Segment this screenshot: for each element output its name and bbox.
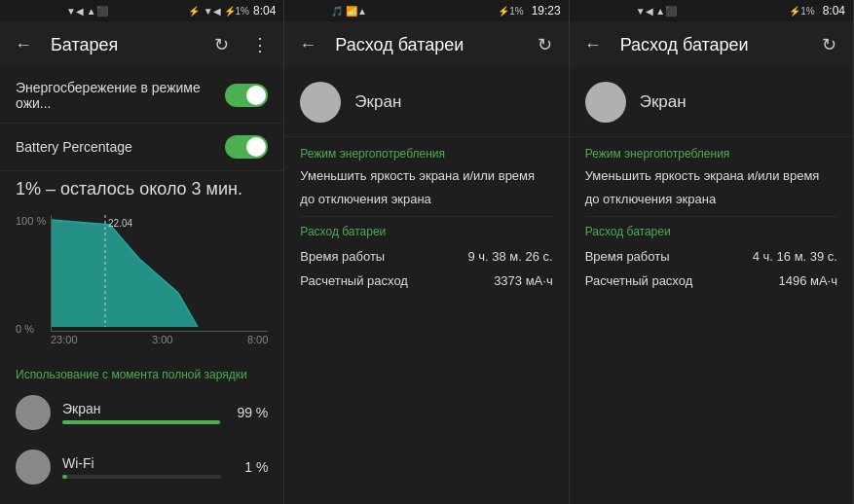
usage-item-1[interactable]: Wi-Fi 1 %: [0, 440, 283, 494]
x-label-2: 8:00: [247, 334, 268, 345]
energy-section-3: Режим энергопотребления Уменьшить яркост…: [570, 137, 853, 299]
app-bar-3: ← Расход батареи ↻: [570, 21, 853, 68]
status-bar-1: ▼◀ ▲⬛ ⚡ ▼◀ ⚡1% 8:04: [0, 0, 283, 21]
energy-section-title-3: Режим энергопотребления: [585, 147, 837, 161]
energy-text2-2: до отключения экрана: [300, 190, 552, 209]
refresh-button-2[interactable]: ↻: [530, 29, 561, 60]
refresh-button-1[interactable]: ↻: [205, 29, 237, 60]
app-bar-2: ← Расход батареи ↻: [284, 21, 568, 68]
screen-icon-3: [585, 82, 626, 123]
signal-icon-1: ⚡: [188, 6, 200, 17]
detail-row-3-0: Время работы 4 ч. 16 м. 39 с.: [585, 244, 837, 269]
status-bar-2: 🎵 📶▲ ⚡1% 19:23: [284, 0, 568, 21]
chart-x-labels: 23:00 3:00 8:00: [51, 332, 268, 345]
panel3-content: Экран Режим энергопотребления Уменьшить …: [570, 68, 853, 504]
energy-section-title-2: Режим энергопотребления: [300, 147, 552, 161]
divider-2: [300, 216, 552, 217]
panel-battery-detail-2: ▼◀ ▲⬛ ⚡1% 8:04 ← Расход батареи ↻ Экран …: [570, 0, 854, 504]
usage-name-0: Экран: [62, 401, 221, 416]
usage-info-1: Wi-Fi: [62, 455, 221, 479]
energy-text2-3: до отключения экрана: [585, 190, 837, 209]
detail-row-2-0: Время работы 9 ч. 38 м. 26 с.: [300, 244, 552, 269]
panel-battery-main: ▼◀ ▲⬛ ⚡ ▼◀ ⚡1% 8:04 ← Батарея ↻ ⋮ Энерго…: [0, 0, 284, 504]
x-label-0: 23:00: [51, 334, 78, 345]
y-label-top: 100 %: [16, 215, 46, 227]
usage-bar-bg-0: [62, 420, 221, 424]
screen-icon-2: [300, 82, 341, 123]
usage-icon-0: [16, 395, 51, 430]
energy-section-2: Режим энергопотребления Уменьшить яркост…: [284, 137, 568, 299]
time-2: 19:23: [532, 4, 561, 18]
toggle-0[interactable]: [225, 84, 268, 107]
status-icons-1: ▼◀ ▲⬛: [8, 6, 108, 17]
svg-text:22.04: 22.04: [108, 218, 132, 229]
back-button-2[interactable]: ←: [292, 29, 323, 60]
battery-status-text: 1% – осталось около 3 мин.: [0, 171, 283, 207]
battery-chart: 100 % 0 %: [0, 207, 283, 358]
battery-status-2: ⚡1%: [498, 6, 523, 17]
usage-bar-bg-1: [62, 475, 221, 479]
detail-value-2-0: 9 ч. 38 м. 26 с.: [467, 249, 552, 264]
energy-text1-3: Уменьшить яркость экрана и/или время: [585, 166, 837, 186]
status-icons-3: ▼◀ ▲⬛: [577, 6, 678, 17]
usage-name-1: Wi-Fi: [62, 455, 221, 471]
chart-svg: 22.04: [52, 215, 268, 332]
setting-row-1[interactable]: Battery Percentage: [0, 124, 283, 171]
detail-value-2-1: 3373 мА·ч: [494, 273, 553, 288]
screen-title-2: Экран: [354, 92, 401, 112]
detail-label-3-0: Время работы: [585, 249, 670, 264]
usage-info-0: Экран: [62, 401, 221, 424]
detail-label-2-1: Расчетный расход: [300, 273, 408, 288]
usage-item-0[interactable]: Экран 99 %: [0, 385, 283, 440]
app-bar-title-2: Расход батареи: [335, 35, 521, 55]
x-label-1: 3:00: [152, 334, 172, 345]
battery-pct-1: ▼◀ ⚡1%: [204, 6, 249, 17]
panel1-content: Энергосбережение в режиме ожи... Battery…: [0, 68, 283, 504]
setting-label-0: Энергосбережение в режиме ожи...: [16, 80, 225, 111]
usage-section-header: Использование с момента полной зарядки: [0, 358, 283, 385]
app-bar-title-1: Батарея: [51, 35, 198, 55]
setting-label-1: Battery Percentage: [16, 139, 225, 155]
detail-row-2-1: Расчетный расход 3373 мА·ч: [300, 269, 552, 293]
time-1: 8:04: [253, 4, 276, 18]
app-bar-title-3: Расход батареи: [620, 35, 806, 55]
screen-title-3: Экран: [640, 92, 687, 112]
panel-battery-detail-1: 🎵 📶▲ ⚡1% 19:23 ← Расход батареи ↻ Экран …: [284, 0, 569, 504]
battery-status-3: ⚡1%: [789, 6, 814, 17]
toggle-1[interactable]: [225, 135, 268, 159]
panel2-content: Экран Режим энергопотребления Уменьшить …: [284, 68, 568, 504]
usage-pct-1: 1 %: [233, 459, 268, 475]
usage-pct-0: 99 %: [233, 405, 268, 420]
battery-section-title-2: Расход батареи: [300, 225, 552, 238]
detail-row-3-1: Расчетный расход 1496 мА·ч: [585, 269, 837, 293]
svg-marker-0: [52, 220, 203, 327]
y-label-bottom: 0 %: [16, 323, 46, 335]
usage-bar-fill-0: [62, 420, 220, 424]
status-bar-3: ▼◀ ▲⬛ ⚡1% 8:04: [570, 0, 853, 21]
detail-value-3-1: 1496 мА·ч: [778, 273, 837, 288]
battery-section-title-3: Расход батареи: [585, 225, 837, 238]
time-3: 8:04: [823, 4, 845, 18]
app-bar-1: ← Батарея ↻ ⋮: [0, 21, 283, 68]
energy-text1-2: Уменьшить яркость экрана и/или время: [300, 166, 552, 186]
back-button-1[interactable]: ←: [8, 29, 39, 60]
more-button-1[interactable]: ⋮: [244, 29, 276, 60]
detail-value-3-0: 4 ч. 16 м. 39 с.: [753, 249, 837, 264]
chart-y-labels: 100 % 0 %: [16, 215, 46, 335]
screen-icon-row-2: Экран: [284, 68, 568, 137]
back-button-3[interactable]: ←: [577, 29, 609, 60]
usage-bar-fill-1: [62, 475, 67, 479]
setting-row-0[interactable]: Энергосбережение в режиме ожи...: [0, 68, 283, 124]
status-icons-2: 🎵 📶▲: [292, 6, 367, 17]
divider-3: [585, 216, 837, 217]
usage-icon-1: [16, 450, 51, 485]
detail-label-3-1: Расчетный расход: [585, 273, 693, 288]
chart-inner: 22.04: [51, 215, 268, 332]
screen-icon-row-3: Экран: [570, 68, 853, 137]
refresh-button-3[interactable]: ↻: [814, 29, 845, 60]
detail-label-2-0: Время работы: [300, 249, 385, 264]
